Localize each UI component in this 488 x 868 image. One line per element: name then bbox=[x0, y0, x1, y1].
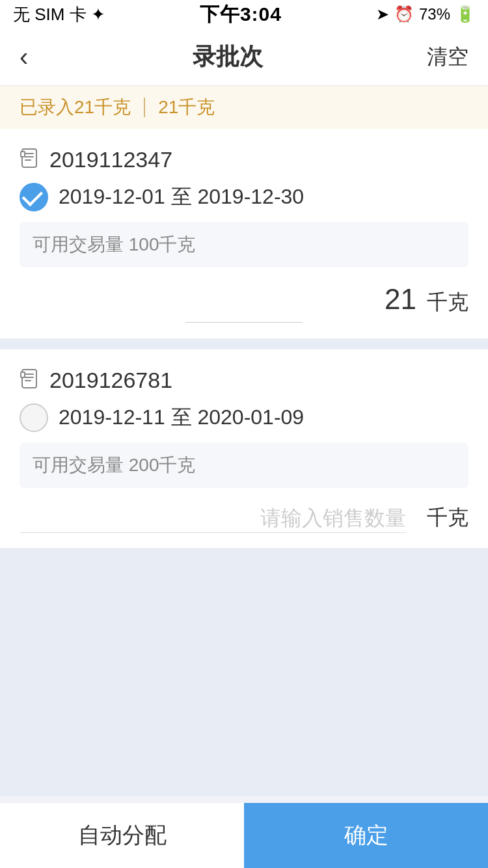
status-left: 无 SIM 卡 ✦ bbox=[13, 3, 105, 26]
batch1-date: 2019-12-01 至 2019-12-30 bbox=[59, 183, 304, 211]
batch2-row[interactable]: 2019-12-11 至 2020-01-09 bbox=[20, 403, 468, 432]
confirm-button[interactable]: 确定 bbox=[244, 803, 488, 868]
bottom-bar: 自动分配 确定 bbox=[0, 803, 488, 868]
batch1-quantity-row: 21 千克 bbox=[0, 267, 488, 339]
batch-item-1: 2019112347 2019-12-01 至 2019-12-30 可用交易量… bbox=[0, 129, 488, 267]
batch1-id: 2019112347 bbox=[49, 147, 172, 172]
svg-rect-3 bbox=[25, 159, 31, 161]
page-title: 录批次 bbox=[193, 41, 263, 73]
batch1-unit: 千克 bbox=[427, 288, 468, 317]
svg-rect-6 bbox=[25, 373, 34, 375]
batch1-quantity-value: 21 bbox=[364, 283, 416, 316]
status-banner: 已录入21千克 21千克 bbox=[0, 86, 488, 129]
svg-rect-1 bbox=[25, 153, 34, 154]
status-bar: 无 SIM 卡 ✦ 下午3:04 ➤ ⏰ 73% 🔋 bbox=[0, 0, 488, 29]
banner-divider bbox=[144, 98, 145, 117]
svg-rect-7 bbox=[25, 377, 34, 378]
alarm-icon: ⏰ bbox=[394, 5, 414, 23]
gray-area bbox=[0, 549, 488, 796]
nav-bar: ‹ 录批次 清空 bbox=[0, 29, 488, 86]
svg-rect-8 bbox=[25, 380, 31, 381]
batch2-availability: 可用交易量 200千克 bbox=[20, 442, 468, 488]
section-separator bbox=[0, 339, 488, 349]
batch1-availability: 可用交易量 100千克 bbox=[20, 222, 468, 267]
batch1-row[interactable]: 2019-12-01 至 2019-12-30 bbox=[20, 183, 468, 211]
batch2-unit: 千克 bbox=[427, 504, 468, 532]
batch1-header: 2019112347 bbox=[20, 147, 468, 172]
batch1-radio[interactable] bbox=[20, 183, 48, 211]
batch2-radio[interactable] bbox=[20, 403, 48, 432]
status-time: 下午3:04 bbox=[200, 1, 282, 28]
status-right: ➤ ⏰ 73% 🔋 bbox=[376, 5, 475, 23]
auto-distribute-button[interactable]: 自动分配 bbox=[0, 803, 244, 868]
doc-icon-2 bbox=[20, 368, 42, 393]
doc-icon-1 bbox=[20, 148, 42, 172]
recorded-label: 已录入21千克 bbox=[20, 95, 131, 120]
back-button[interactable]: ‹ bbox=[20, 42, 28, 72]
batch2-quantity-input-row[interactable]: 千克 bbox=[0, 488, 488, 549]
batch2-id: 2019126781 bbox=[49, 368, 172, 393]
svg-rect-2 bbox=[25, 156, 34, 157]
signal-text: 无 SIM 卡 ✦ bbox=[13, 3, 105, 26]
svg-rect-4 bbox=[21, 152, 25, 157]
batch-item-2: 2019126781 2019-12-11 至 2020-01-09 可用交易量… bbox=[0, 349, 488, 488]
amount-label: 21千克 bbox=[158, 95, 215, 120]
location-icon: ➤ bbox=[376, 5, 389, 23]
battery-text: 73% bbox=[419, 5, 450, 23]
battery-icon: 🔋 bbox=[455, 5, 475, 23]
svg-rect-9 bbox=[21, 372, 25, 377]
batch2-date: 2019-12-11 至 2020-01-09 bbox=[59, 403, 304, 432]
clear-button[interactable]: 清空 bbox=[427, 43, 468, 72]
quantity-input[interactable] bbox=[20, 506, 406, 530]
batch2-header: 2019126781 bbox=[20, 368, 468, 393]
